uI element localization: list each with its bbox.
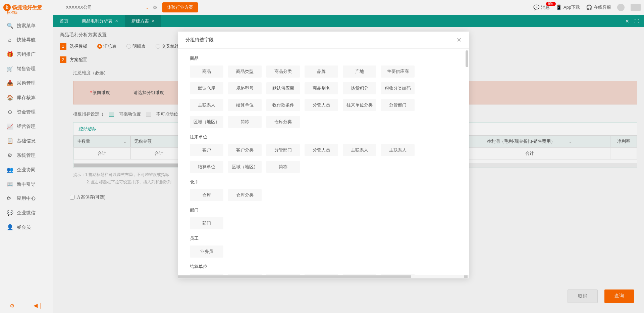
field-chip[interactable]: 仓库分类	[266, 116, 300, 128]
chip-row: 部门	[190, 217, 450, 229]
field-chip[interactable]: 简称	[266, 161, 300, 173]
chip-row: 商品商品类型商品分类品牌产地主要供应商默认仓库规格型号默认供应商商品别名拣货积分…	[190, 65, 450, 128]
field-chip[interactable]: 规格型号	[228, 82, 262, 94]
group-title: 往来单位	[190, 134, 450, 140]
field-chip[interactable]: 商品	[190, 65, 223, 78]
field-chip[interactable]: 主要供应商	[381, 65, 415, 78]
field-group-5: 结算单位结算客户主联系人结算单位收付款条件分管人员分管部门区域（地区）简称	[190, 264, 450, 275]
field-chip[interactable]: 商品类型	[228, 65, 262, 78]
field-select-modal: 分组待选字段 ✕ 商品商品商品类型商品分类品牌产地主要供应商默认仓库规格型号默认…	[178, 32, 469, 278]
field-chip[interactable]: 拣货积分	[343, 82, 376, 94]
field-group-0: 商品商品商品类型商品分类品牌产地主要供应商默认仓库规格型号默认供应商商品别名拣货…	[190, 55, 450, 128]
group-title: 员工	[190, 235, 450, 241]
field-chip[interactable]: 区域（地区）	[228, 161, 262, 173]
field-chip[interactable]: 分管部门	[381, 99, 415, 111]
field-group-4: 员工业务员	[190, 235, 450, 258]
field-chip[interactable]: 区域（地区）	[190, 116, 223, 128]
field-chip[interactable]: 往来单位分类	[343, 99, 376, 111]
modal-header: 分组待选字段 ✕	[178, 32, 469, 49]
group-title: 结算单位	[190, 264, 450, 270]
field-chip[interactable]: 收付款条件	[266, 99, 300, 111]
field-chip[interactable]: 主联系人	[381, 144, 415, 156]
field-chip[interactable]: 商品分类	[266, 65, 300, 78]
field-chip[interactable]: 客户	[190, 144, 223, 156]
modal-title: 分组待选字段	[185, 37, 214, 43]
field-chip[interactable]: 分管部门	[266, 144, 300, 156]
field-group-1: 往来单位客户客户分类分管部门分管人员主联系人主联系人结算单位区域（地区）简称	[190, 134, 450, 173]
field-chip[interactable]: 分管人员	[305, 144, 338, 156]
modal-body: 商品商品商品类型商品分类品牌产地主要供应商默认仓库规格型号默认供应商商品别名拣货…	[178, 49, 469, 275]
field-chip[interactable]: 简称	[228, 116, 262, 128]
group-title: 仓库	[190, 179, 450, 185]
chip-row: 业务员	[190, 245, 450, 258]
vertical-scrollbar[interactable]	[466, 50, 468, 67]
modal-hscroll[interactable]	[178, 275, 469, 278]
field-chip[interactable]: 默认仓库	[190, 82, 223, 94]
group-title: 商品	[190, 55, 450, 61]
close-icon[interactable]: ✕	[457, 36, 462, 44]
field-chip[interactable]: 默认供应商	[266, 82, 300, 94]
field-chip[interactable]: 仓库分类	[228, 189, 262, 201]
field-chip[interactable]: 税收分类编码	[381, 82, 415, 94]
field-chip[interactable]: 客户分类	[228, 144, 262, 156]
field-chip[interactable]: 业务员	[190, 245, 223, 258]
chip-row: 仓库仓库分类	[190, 189, 450, 201]
field-chip[interactable]: 主联系人	[343, 144, 376, 156]
field-chip[interactable]: 主联系人	[190, 99, 223, 111]
field-chip[interactable]: 商品别名	[305, 82, 338, 94]
field-chip[interactable]: 品牌	[305, 65, 338, 78]
field-chip[interactable]: 部门	[190, 217, 223, 229]
field-chip[interactable]: 分管人员	[305, 99, 338, 111]
group-title: 部门	[190, 207, 450, 213]
field-chip[interactable]: 仓库	[190, 189, 223, 201]
field-chip[interactable]: 结算单位	[228, 99, 262, 111]
field-chip[interactable]: 结算单位	[190, 161, 223, 173]
chip-row: 客户客户分类分管部门分管人员主联系人主联系人结算单位区域（地区）简称	[190, 144, 450, 173]
field-group-3: 部门部门	[190, 207, 450, 229]
field-group-2: 仓库仓库仓库分类	[190, 179, 450, 201]
field-chip[interactable]: 产地	[343, 65, 376, 78]
